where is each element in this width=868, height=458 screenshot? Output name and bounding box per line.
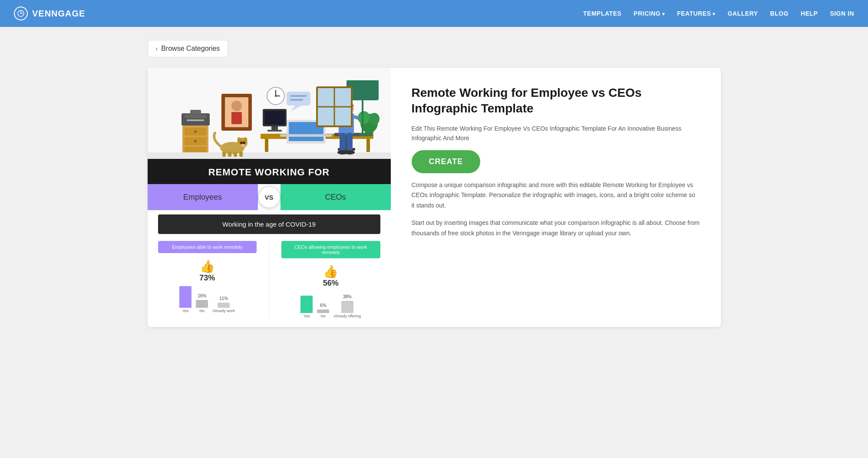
svg-rect-31: [280, 134, 332, 137]
create-button[interactable]: CREATE: [412, 150, 481, 173]
ceos-side: CEOs: [281, 184, 391, 210]
svg-rect-24: [290, 95, 307, 97]
emp-no-bar: 16% No: [196, 293, 208, 313]
template-subtitle: Edit This Remote Working For Employee Vs…: [412, 124, 700, 143]
infographic-vs-row: Employees VS CEOs: [148, 184, 391, 210]
emp-mini-bars: Yes 16% No 11% Already work: [179, 287, 235, 313]
ceos-label: CEOs: [325, 193, 346, 202]
browse-categories-label: Browse Categories: [161, 45, 220, 53]
template-desc-2: Start out by inserting images that commu…: [412, 218, 700, 239]
detail-panel: Remote Working for Employee vs CEOs Info…: [391, 68, 721, 327]
emp-pct: 73%: [199, 273, 215, 283]
svg-point-9: [194, 140, 197, 142]
template-desc-1: Compose a unique comparison infographic …: [412, 180, 700, 211]
employees-label: Employees: [183, 193, 222, 202]
svg-point-16: [231, 101, 242, 111]
svg-rect-68: [228, 152, 231, 157]
covid-bar: Working in the age of COVID-19: [158, 214, 380, 234]
svg-point-8: [194, 130, 197, 133]
nav-blog[interactable]: BLOG: [770, 10, 789, 17]
nav-pricing[interactable]: PRICING: [634, 10, 665, 17]
site-header: VENNGAGE TEMPLATES PRICING FEATURES GALL…: [0, 0, 868, 27]
template-title: Remote Working for Employee vs CEOs Info…: [412, 85, 700, 117]
logo-icon: [14, 7, 28, 20]
template-card: REMOTE WORKING FOR Employees VS CEOs Wor…: [148, 68, 721, 327]
svg-rect-46: [267, 130, 282, 132]
ceo-pct: 56%: [323, 279, 339, 288]
ceo-already-bar: 38% Already offering: [333, 294, 361, 318]
svg-rect-27: [265, 139, 268, 152]
employees-stat-col: Employees able to work remotely 👍 73% Ye…: [158, 241, 257, 318]
ceo-stat-label: CEOs allowing employees to work remotely: [281, 241, 380, 258]
svg-marker-23: [291, 105, 302, 111]
nav-help[interactable]: HELP: [801, 10, 818, 17]
infographic-title-text: REMOTE WORKING FOR: [208, 167, 330, 178]
ceo-mini-bars: Yes 6% No 38% Already offering: [300, 292, 361, 318]
svg-rect-3: [148, 152, 391, 159]
illustration-area: [148, 68, 391, 159]
chevron-left-icon: ‹: [156, 45, 158, 52]
svg-point-49: [358, 111, 370, 124]
logo-text: VENNGAGE: [32, 9, 85, 19]
ceo-no-bar: 6% No: [317, 303, 329, 318]
ceo-yes-bar: Yes: [300, 294, 313, 318]
vs-circle: VS: [258, 186, 281, 208]
svg-point-66: [241, 144, 244, 147]
browse-categories-button[interactable]: ‹ Browse Categories: [148, 40, 228, 57]
emp-yes-bar: Yes: [179, 284, 191, 313]
svg-point-50: [369, 113, 380, 125]
nav-templates[interactable]: TEMPLATES: [583, 10, 621, 17]
svg-rect-25: [290, 99, 303, 101]
ceos-stat-col: CEOs allowing employees to work remotely…: [281, 241, 380, 318]
svg-rect-69: [234, 152, 237, 157]
svg-rect-67: [222, 152, 226, 157]
infographic-preview: REMOTE WORKING FOR Employees VS CEOs Wor…: [148, 68, 391, 327]
svg-point-64: [240, 142, 243, 144]
emp-already-bar: 11% Already work: [212, 296, 235, 313]
svg-rect-22: [287, 92, 310, 105]
emp-stat-label: Employees able to work remotely: [158, 241, 257, 253]
svg-rect-52: [360, 133, 373, 136]
svg-rect-7: [185, 147, 206, 152]
page-content: ‹ Browse Categories: [130, 27, 738, 340]
nav-features[interactable]: FEATURES: [677, 10, 715, 17]
stats-row: Employees able to work remotely 👍 73% Ye…: [148, 234, 391, 327]
svg-rect-13: [190, 110, 201, 114]
svg-rect-12: [187, 119, 204, 121]
nav-signin[interactable]: SIGN IN: [830, 10, 854, 17]
employees-side: Employees: [148, 184, 258, 210]
logo-area: VENNGAGE: [14, 7, 85, 20]
svg-rect-40: [347, 133, 353, 152]
nav-gallery[interactable]: GALLERY: [728, 10, 758, 17]
svg-rect-45: [271, 126, 278, 130]
divider: [269, 241, 269, 318]
svg-rect-44: [264, 111, 285, 125]
svg-point-42: [344, 150, 355, 155]
svg-rect-17: [231, 112, 242, 124]
covid-bar-text: Working in the age of COVID-19: [222, 221, 316, 228]
emp-thumbs-icon: 👍: [200, 259, 215, 273]
svg-rect-39: [340, 133, 346, 152]
main-nav: TEMPLATES PRICING FEATURES GALLERY BLOG …: [583, 10, 854, 17]
svg-rect-11: [185, 115, 206, 118]
svg-rect-70: [239, 152, 243, 157]
infographic-title-bar: REMOTE WORKING FOR: [148, 159, 391, 184]
svg-rect-28: [366, 139, 370, 152]
svg-point-65: [243, 142, 245, 144]
ceo-thumbs-icon: 👍: [323, 264, 338, 279]
